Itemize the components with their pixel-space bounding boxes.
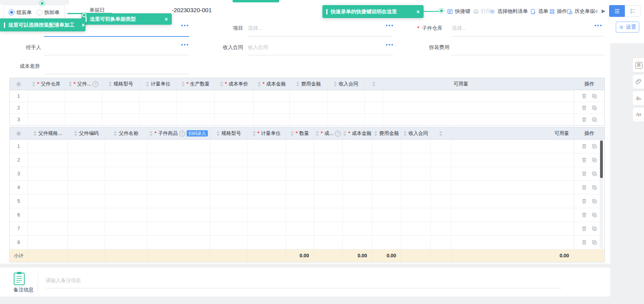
column-header[interactable]: 计量单位 bbox=[140, 78, 177, 90]
help-icon[interactable]: ? bbox=[93, 81, 98, 87]
grid-cell[interactable] bbox=[290, 114, 327, 126]
side-tab-draft[interactable]: 草 bbox=[632, 58, 644, 73]
column-header[interactable]: 费用金额 bbox=[372, 127, 401, 139]
grid-cell[interactable] bbox=[431, 140, 451, 153]
grid-cell[interactable] bbox=[451, 140, 574, 153]
help-icon[interactable]: ? bbox=[335, 131, 341, 137]
copy-row-icon[interactable] bbox=[592, 157, 597, 163]
grid-cell[interactable] bbox=[177, 102, 215, 113]
grid-cell[interactable] bbox=[177, 114, 215, 126]
grid-cell[interactable] bbox=[286, 181, 314, 194]
hotkeys-button[interactable]: 快捷键 bbox=[447, 8, 470, 15]
column-header[interactable]: *成...? bbox=[314, 127, 343, 139]
grid-cell[interactable] bbox=[286, 195, 314, 208]
grid-cell[interactable] bbox=[431, 181, 451, 194]
column-header[interactable]: 父件规格... bbox=[28, 127, 68, 139]
delete-row-icon[interactable] bbox=[582, 226, 587, 231]
grid-cell[interactable] bbox=[210, 181, 247, 194]
grid-cell[interactable] bbox=[28, 102, 65, 113]
close-icon[interactable]: × bbox=[78, 22, 85, 28]
grid-cell[interactable] bbox=[215, 114, 254, 126]
grid-cell[interactable] bbox=[383, 114, 473, 126]
grid-cell[interactable] bbox=[431, 153, 451, 167]
delete-row-icon[interactable] bbox=[582, 198, 587, 204]
grid-cell[interactable] bbox=[210, 195, 247, 208]
grid-cell[interactable] bbox=[68, 181, 105, 194]
grid-cell[interactable] bbox=[105, 153, 147, 167]
grid-cell[interactable] bbox=[431, 208, 451, 222]
grid-cell[interactable] bbox=[105, 208, 147, 222]
grid-cell[interactable] bbox=[383, 90, 473, 102]
grid-cell[interactable] bbox=[247, 181, 286, 194]
grid-cell[interactable] bbox=[147, 140, 210, 153]
grid-cell[interactable] bbox=[314, 153, 343, 167]
grid-cell[interactable] bbox=[365, 114, 383, 126]
column-header[interactable]: 费用金额 bbox=[290, 78, 327, 90]
more-icon[interactable] bbox=[386, 43, 393, 47]
grid-cell[interactable] bbox=[247, 195, 286, 208]
grid-cell[interactable] bbox=[314, 140, 343, 153]
side-tab-attachment[interactable] bbox=[632, 74, 644, 89]
grid-cell[interactable] bbox=[102, 114, 140, 126]
copy-row-icon[interactable] bbox=[592, 240, 597, 245]
grid-cell[interactable] bbox=[343, 181, 372, 194]
delete-row-icon[interactable] bbox=[582, 144, 587, 149]
copy-row-icon[interactable] bbox=[592, 226, 597, 231]
grid-cell[interactable] bbox=[343, 222, 372, 235]
column-header[interactable]: 规格型号 bbox=[102, 78, 140, 90]
grid-cell[interactable] bbox=[372, 181, 401, 194]
assembly-fee-underline[interactable] bbox=[452, 55, 604, 55]
grid-cell[interactable] bbox=[327, 102, 365, 113]
grid-cell[interactable] bbox=[372, 167, 401, 180]
grid-cell[interactable] bbox=[286, 222, 314, 235]
table-settings-header[interactable] bbox=[10, 78, 28, 90]
grid-cell[interactable] bbox=[215, 90, 254, 102]
grid-cell[interactable] bbox=[147, 236, 210, 249]
help-icon[interactable]: ? bbox=[179, 131, 185, 137]
grid-cell[interactable] bbox=[401, 153, 431, 167]
delete-row-icon[interactable] bbox=[582, 117, 587, 122]
grid-cell[interactable] bbox=[210, 167, 247, 180]
column-header[interactable]: *计量单位 bbox=[247, 127, 286, 139]
copy-row-icon[interactable] bbox=[592, 198, 597, 204]
grid-cell[interactable] bbox=[451, 195, 574, 208]
grid-cell[interactable] bbox=[105, 181, 147, 194]
table-settings-header[interactable] bbox=[10, 127, 28, 139]
close-icon[interactable]: × bbox=[413, 9, 420, 15]
grid-cell[interactable] bbox=[105, 195, 147, 208]
scrollbar-thumb[interactable] bbox=[600, 140, 603, 178]
column-header[interactable]: 父件编码 bbox=[68, 127, 105, 139]
grid-cell[interactable] bbox=[343, 140, 372, 153]
copy-row-icon[interactable] bbox=[592, 117, 597, 122]
grid-cell[interactable] bbox=[28, 181, 68, 194]
column-header[interactable]: *成本金额 bbox=[343, 127, 372, 139]
grid-cell[interactable] bbox=[102, 90, 140, 102]
grid-cell[interactable] bbox=[68, 208, 105, 222]
grid-cell[interactable] bbox=[401, 195, 431, 208]
grid-cell[interactable] bbox=[365, 90, 383, 102]
delete-row-icon[interactable] bbox=[582, 240, 587, 245]
grid-cell[interactable] bbox=[28, 90, 65, 102]
grid-cell[interactable] bbox=[105, 167, 147, 180]
income-contract-input[interactable]: 收入合同 bbox=[248, 44, 268, 51]
grid-cell[interactable] bbox=[431, 222, 451, 235]
grid-cell[interactable] bbox=[431, 167, 451, 180]
grid-cell[interactable] bbox=[215, 102, 254, 113]
more-icon[interactable] bbox=[595, 24, 602, 27]
grid-cell[interactable] bbox=[451, 222, 574, 235]
grid-cell[interactable] bbox=[247, 140, 286, 153]
grid-cell[interactable] bbox=[372, 140, 401, 153]
grid-cell[interactable] bbox=[286, 208, 314, 222]
radio-disassembly-order[interactable]: 拆卸单 bbox=[36, 9, 60, 16]
column-header[interactable]: *父件仓库 bbox=[28, 78, 65, 90]
grid-cell[interactable] bbox=[451, 236, 574, 249]
grid-cell[interactable] bbox=[473, 102, 574, 113]
grid-cell[interactable] bbox=[290, 102, 327, 113]
grid-cell[interactable] bbox=[286, 236, 314, 249]
grid-cell[interactable] bbox=[28, 167, 68, 180]
grid-cell[interactable] bbox=[247, 167, 286, 180]
grid-cell[interactable] bbox=[105, 140, 147, 153]
grid-cell[interactable] bbox=[140, 114, 177, 126]
grid-cell[interactable] bbox=[210, 208, 247, 222]
grid-cell[interactable] bbox=[401, 208, 431, 222]
